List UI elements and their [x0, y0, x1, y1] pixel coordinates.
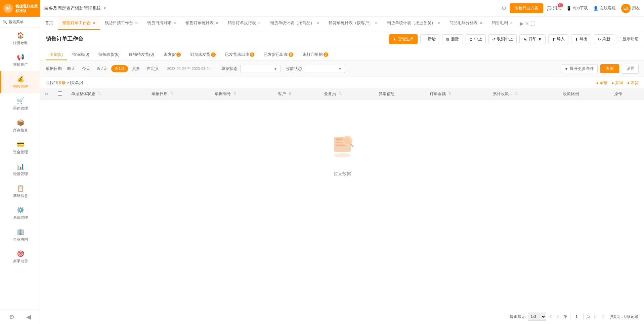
- filter-tab-pending-review[interactable]: 待审核(0): [68, 50, 93, 60]
- filter-tab-shipped-not-out[interactable]: 已发货未出库0: [221, 50, 259, 60]
- tab-cash-goods[interactable]: 钱货日清对账 ✕: [142, 17, 181, 30]
- sidebar-search[interactable]: 🔍 搜索菜单: [0, 17, 40, 28]
- sort-icon[interactable]: ⇅: [288, 91, 292, 96]
- first-page-button[interactable]: 《: [546, 313, 553, 320]
- tab-close-all-icon[interactable]: ✕: [525, 21, 529, 26]
- filter-tab-overdue[interactable]: 到期未发货0: [186, 50, 220, 60]
- show-detail-label[interactable]: 显示明细: [617, 36, 639, 42]
- delete-button[interactable]: 🗑 删除: [442, 34, 463, 44]
- sidebar-item-quick-nav[interactable]: 🏠 快捷导航: [0, 28, 40, 49]
- date-btn-today[interactable]: 今天: [79, 65, 93, 73]
- filter-tab-unprinted[interactable]: 未打印单据0: [299, 50, 332, 60]
- print-button[interactable]: 🖨 打印 ▼: [519, 34, 546, 44]
- tab-sales-execute[interactable]: 销售订单执行表 ✕: [223, 17, 265, 30]
- main-area: 装备及固定资产辅助管理系统 ▼ ⚙ 体验行业方案 💬 💬 6 消息 📱 App下…: [40, 0, 644, 324]
- stop-button[interactable]: ⊘ 中止: [466, 34, 486, 44]
- th-checkbox[interactable]: [54, 88, 67, 100]
- sidebar-item-purchase[interactable]: 🛒 采购管理: [0, 93, 40, 115]
- tab-home[interactable]: 首页: [40, 17, 58, 30]
- select-all-checkbox[interactable]: [58, 91, 62, 96]
- last-page-button[interactable]: 》: [601, 313, 607, 320]
- topbar-settings-icon[interactable]: ⚙: [502, 5, 506, 11]
- tab-gross-margin[interactable]: 商品毛利分析表 ✕: [445, 17, 487, 30]
- sort-icon[interactable]: ⇅: [98, 91, 101, 96]
- cancel-stop-button[interactable]: ↺ 取消中止: [488, 34, 517, 44]
- refresh-button[interactable]: ↻ 刷新: [594, 34, 614, 44]
- service-item[interactable]: 👤 在线客服: [593, 5, 616, 11]
- smart-generate-button[interactable]: ★ 智能生单: [389, 34, 418, 44]
- date-btn-1month[interactable]: 近1月: [111, 65, 128, 72]
- page-number-input[interactable]: [570, 313, 584, 320]
- next-page-button[interactable]: >: [593, 314, 598, 320]
- sidebar-item-finance[interactable]: 💳 资金管理: [0, 137, 40, 159]
- tab-close-icon[interactable]: ✕: [437, 21, 440, 25]
- filter-tab-all[interactable]: 全部(0): [46, 50, 67, 60]
- settings-icon[interactable]: ⚙: [9, 313, 14, 321]
- topbar-right: 💬 💬 6 消息 📱 App下载 👤 在线客服 Ea 用友: [547, 4, 640, 13]
- show-detail-checkbox[interactable]: [617, 37, 621, 41]
- collapse-icon[interactable]: ◀: [26, 313, 31, 321]
- tab-close-icon[interactable]: ✕: [375, 21, 378, 25]
- cancel-review-batch-button[interactable]: ● 弃审: [612, 80, 623, 86]
- sidebar-item-system[interactable]: ⚙️ 系统管理: [0, 202, 40, 224]
- prev-page-button[interactable]: <: [556, 314, 561, 320]
- solution-button[interactable]: 体验行业方案: [510, 3, 543, 13]
- tab-maximize-icon[interactable]: ⛶: [530, 21, 535, 26]
- import-button[interactable]: ⬆ 导入: [548, 34, 568, 44]
- new-button[interactable]: + 新增: [420, 34, 439, 44]
- expand-conditions-button[interactable]: ▼ 展开更多条件: [561, 64, 598, 73]
- sidebar-item-operation[interactable]: 📊 经营管理: [0, 159, 40, 180]
- tab-close-icon[interactable]: ✕: [480, 21, 482, 25]
- review-batch-button[interactable]: ● 审核: [596, 80, 607, 86]
- tab-more-icon[interactable]: ▶: [520, 21, 524, 26]
- page-title: 销售订单工作台: [46, 36, 83, 43]
- filter-tab-not-shipped[interactable]: 未发货0: [160, 50, 185, 60]
- filter-tab-shipped-out[interactable]: 已发货已出库0: [260, 50, 297, 60]
- user-item[interactable]: Ea 用友: [621, 4, 640, 13]
- tab-sales-simple-customer[interactable]: 销货单统计表（按客户） ✕: [324, 17, 382, 30]
- tab-close-icon[interactable]: ✕: [316, 21, 319, 25]
- message-item[interactable]: 💬 💬 6 消息: [547, 5, 561, 11]
- tab-cash-daily[interactable]: 钱货日清工作台 ✕: [100, 17, 142, 30]
- export-button[interactable]: ⬇ 导出: [571, 34, 591, 44]
- status-select[interactable]: ▼: [240, 65, 281, 73]
- sidebar-item-guide[interactable]: 🎯 新手引导: [0, 246, 40, 268]
- page-size-dropdown[interactable]: 10 20 50 100: [528, 313, 546, 321]
- filter-tab-pending-goods[interactable]: 待拣验货(0): [94, 50, 124, 60]
- tab-sales-workbench[interactable]: 销售订单工作台 ✕: [58, 17, 100, 30]
- tab-sales-simple-product[interactable]: 销货单统计表（按商品） ✕: [265, 17, 324, 30]
- table-scroll-container[interactable]: ⚙ 单据整体状态 ⇅ 单据日期 ⇅ 单据编号: [40, 88, 644, 100]
- sort-icon[interactable]: ⇅: [170, 91, 173, 96]
- sidebar-item-sales[interactable]: 💰 销售管理: [0, 71, 40, 93]
- tab-close-icon[interactable]: ✕: [93, 21, 95, 25]
- sort-icon[interactable]: ⇅: [448, 91, 452, 96]
- sort-icon[interactable]: ⇅: [233, 91, 237, 96]
- sort-icon[interactable]: ⇅: [515, 91, 518, 96]
- date-btn-more[interactable]: 更多: [129, 65, 143, 73]
- payment-select[interactable]: ▼: [305, 65, 345, 73]
- date-btn-custom[interactable]: 自定义: [144, 65, 162, 73]
- query-button[interactable]: 查询: [600, 64, 619, 73]
- tab-close-icon[interactable]: ✕: [258, 21, 261, 25]
- tab-close-icon[interactable]: ✕: [173, 21, 176, 25]
- sidebar-item-marketing[interactable]: 📢 营销推广: [0, 49, 40, 71]
- th-ratio: 收款比例: [559, 88, 610, 100]
- settings-button[interactable]: 设置: [622, 64, 639, 74]
- tab-close-icon[interactable]: ✕: [135, 21, 138, 25]
- filter-tab-wangpu[interactable]: 旺铺待发货(0): [125, 50, 158, 60]
- th-settings[interactable]: ⚙: [40, 88, 54, 100]
- sidebar-item-base-info[interactable]: 📋 基础信息: [0, 180, 40, 202]
- sort-icon[interactable]: ⇅: [339, 91, 342, 96]
- app-download-item[interactable]: 📱 App下载: [566, 5, 588, 11]
- tab-sales-simple-staff[interactable]: 销货单统计表（按业务员） ✕: [382, 17, 445, 30]
- sidebar-item-label: 采购管理: [13, 106, 28, 111]
- date-btn-7days[interactable]: 近7天: [94, 65, 110, 73]
- date-btn-yesterday[interactable]: 昨天: [65, 65, 78, 73]
- sidebar-item-inventory[interactable]: 📦 库存核算: [0, 115, 40, 137]
- tab-sales-stats[interactable]: 销售订单统计表 ✕: [181, 17, 223, 30]
- tab-close-icon[interactable]: ✕: [510, 21, 513, 25]
- sidebar-item-enterprise[interactable]: 🏢 企业协同: [0, 224, 40, 246]
- tab-close-icon[interactable]: ✕: [216, 21, 218, 25]
- ship-batch-button[interactable]: ● 发货: [627, 80, 639, 86]
- tab-sales-profit[interactable]: 销售毛利 ✕: [487, 17, 517, 30]
